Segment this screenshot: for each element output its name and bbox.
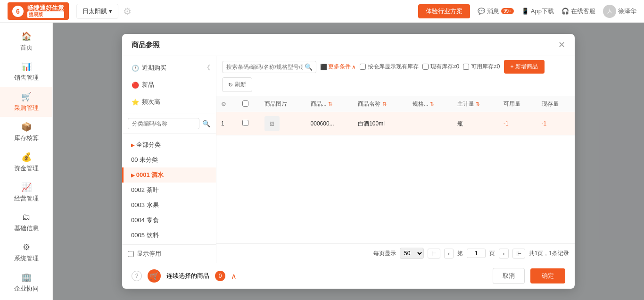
row-stock: -1: [537, 112, 575, 135]
search-icon[interactable]: 🔍: [305, 63, 313, 71]
th-spec[interactable]: 规格... ⇅: [408, 96, 453, 112]
toolbar-row: 🔍 ⬛ 更多条件 ∧ 按仓库显示现有库存: [216, 56, 575, 96]
sidebar-item-purchase[interactable]: 🛒 采购管理: [0, 87, 52, 117]
product-table-wrap: ⚙ 商品图片 商品... ⇅ 商品名称 ⇅ 规格... ⇅ 主计量 ⇅ 可用量 …: [216, 96, 575, 243]
sidebar-item-operations[interactable]: 📈 经营管理: [0, 177, 52, 208]
select-all-checkbox[interactable]: [242, 100, 248, 107]
collapse-up-icon[interactable]: ∧: [231, 272, 237, 281]
row-name: 白酒100ml: [353, 112, 407, 135]
category-item-0003[interactable]: 0003 水果: [122, 198, 216, 213]
row-checkbox[interactable]: [238, 112, 260, 135]
per-page-select[interactable]: 50 100 200: [400, 248, 424, 259]
warehouse-stock-checkbox[interactable]: [360, 64, 366, 70]
th-unit[interactable]: 主计量 ⇅: [453, 96, 499, 112]
category-search-input[interactable]: [128, 118, 199, 129]
sidebar-item-label: 经营管理: [14, 194, 39, 203]
app-download-group[interactable]: 📱 App下载: [521, 7, 554, 16]
category-item-0001[interactable]: 0001 酒水: [122, 167, 216, 183]
frequent-icon: ⭐: [132, 99, 139, 106]
table-row[interactable]: 1 🖼 000600... 白酒100ml: [216, 112, 575, 135]
row-select-checkbox[interactable]: [242, 120, 248, 126]
prev-page-button[interactable]: ‹: [444, 249, 454, 258]
sidebar-item-inventory[interactable]: 📦 库存核算: [0, 117, 52, 147]
show-disabled-row: 显示停用: [122, 244, 216, 263]
category-search-icon[interactable]: 🔍: [202, 120, 210, 127]
new-product-item[interactable]: 🔴 新品: [128, 78, 210, 92]
category-item-0005[interactable]: 0005 饮料: [122, 228, 216, 243]
store-selector[interactable]: 日太阳膜 ▾: [76, 4, 118, 19]
sidebar-item-label: 资金管理: [14, 164, 39, 173]
th-code[interactable]: 商品... ⇅: [306, 96, 354, 112]
category-search-row: 🔍: [122, 114, 216, 133]
filter-arrow-icon: ∧: [352, 64, 356, 70]
available-stock-label: 可用库存≠0: [471, 63, 500, 71]
message-icon: 💬: [478, 8, 485, 15]
row-available: -1: [499, 112, 537, 135]
th-name[interactable]: 商品名称 ⇅: [353, 96, 407, 112]
chevron-down-icon: ▾: [109, 8, 112, 15]
recent-purchase-label: 近期购买: [142, 64, 166, 72]
confirm-button[interactable]: 确定: [530, 268, 565, 283]
frequent-item[interactable]: ⭐ 频次高: [128, 95, 210, 109]
logo-sub: 捷易版: [27, 11, 64, 18]
mobile-icon: 📱: [521, 8, 529, 15]
category-item-all[interactable]: 全部分类: [122, 137, 216, 152]
dialog-body: 🕐 近期购买 《 🔴 新品 ⭐ 频次高: [122, 56, 575, 263]
help-icon[interactable]: ?: [132, 271, 142, 281]
inventory-icon: 📦: [21, 122, 32, 132]
logo-icon: 6: [12, 6, 24, 17]
warehouse-stock-label: 按仓库显示现有库存: [368, 63, 419, 71]
enterprise-icon: 🏢: [21, 272, 32, 283]
sidebar-item-label: 系统管理: [14, 254, 39, 263]
sidebar-item-sales[interactable]: 📊 销售管理: [0, 57, 52, 87]
online-service-group[interactable]: 🎧 在线客服: [561, 7, 595, 16]
username-label: 徐泽华: [618, 7, 636, 16]
page-suffix-label: 页: [489, 250, 495, 258]
sidebar-item-finance[interactable]: 💰 资金管理: [0, 147, 52, 177]
category-item-00[interactable]: 00 未分类: [122, 152, 216, 167]
row-spec: [408, 112, 453, 135]
online-service-label: 在线客服: [571, 7, 595, 16]
sidebar-item-enterprise[interactable]: 🏢 企业协同: [0, 267, 52, 298]
sidebar-item-guide[interactable]: 🎯 新手引导: [0, 298, 52, 300]
check-group-3: 可用库存≠0: [463, 63, 500, 71]
system-icon: ⚙: [23, 242, 30, 252]
gear-icon: ⚙: [221, 101, 226, 108]
operations-icon: 📈: [21, 182, 32, 192]
sidebar-item-home[interactable]: 🏠 首页: [0, 26, 52, 57]
collapse-button[interactable]: 《: [204, 64, 210, 72]
user-group[interactable]: 人 徐泽华: [603, 5, 636, 18]
last-page-button[interactable]: ⊩: [512, 249, 525, 258]
category-item-0002[interactable]: 0002 茶叶: [122, 183, 216, 198]
recent-purchase-item[interactable]: 🕐 近期购买: [128, 61, 170, 75]
left-panel-top: 🕐 近期购买 《 🔴 新品 ⭐ 频次高: [122, 56, 216, 114]
available-stock-checkbox[interactable]: [463, 64, 469, 70]
new-product-button[interactable]: + 新增商品: [504, 60, 545, 74]
sidebar-item-system[interactable]: ⚙ 系统管理: [0, 237, 52, 267]
main-area: 商品参照 ✕ 🕐 近期购买 《: [53, 23, 644, 300]
product-search-input[interactable]: [222, 61, 316, 73]
dialog: 商品参照 ✕ 🕐 近期购买 《: [122, 34, 575, 289]
sidebar-item-basic-info[interactable]: 🗂 基础信息: [0, 208, 52, 237]
cart-count: 0: [215, 271, 225, 281]
dialog-close-button[interactable]: ✕: [558, 40, 565, 50]
filter-button[interactable]: ⬛ 更多条件 ∧: [320, 63, 356, 71]
sidebar-item-label: 企业协同: [14, 284, 39, 293]
check-group-2: 现有库存≠0: [422, 63, 459, 71]
messages-label: 消息: [487, 7, 499, 16]
show-disabled-checkbox[interactable]: [128, 251, 134, 257]
first-page-button[interactable]: ⊨: [428, 249, 440, 258]
cancel-button[interactable]: 取消: [493, 268, 525, 284]
show-disabled-label[interactable]: 显示停用: [137, 250, 161, 258]
settings-icon[interactable]: ⚙: [123, 6, 132, 17]
sidebar-item-label: 销售管理: [14, 74, 39, 82]
page-input[interactable]: [467, 249, 486, 258]
messages-group[interactable]: 💬 消息 99+: [478, 7, 514, 16]
refresh-button[interactable]: ↻ 刷新: [222, 77, 252, 92]
trial-btn[interactable]: 体验行业方案: [418, 4, 470, 18]
total-label: 共1页，1条记录: [529, 250, 569, 258]
next-page-button[interactable]: ›: [499, 249, 508, 258]
category-item-0004[interactable]: 0004 零食: [122, 213, 216, 228]
current-stock-checkbox[interactable]: [422, 64, 429, 70]
th-gear[interactable]: ⚙: [216, 96, 238, 112]
